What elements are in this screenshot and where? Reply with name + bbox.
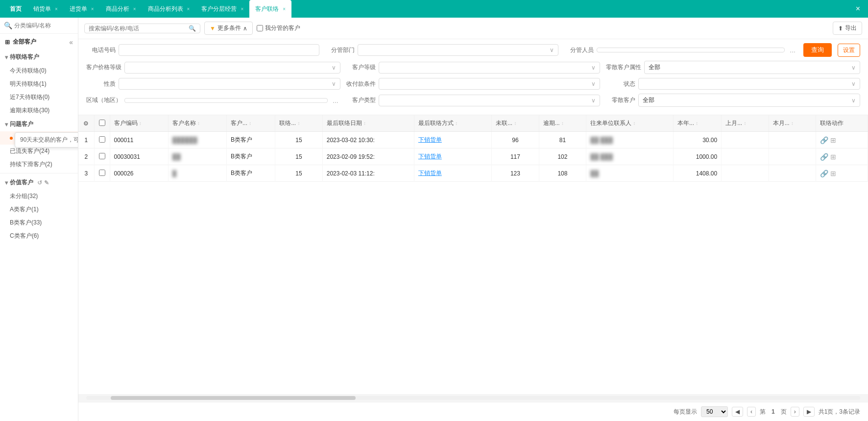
select-all-checkbox[interactable] [99, 120, 105, 126]
td-checkbox-1[interactable] [94, 132, 110, 149]
section-value-customers[interactable]: ▾ 价值客户 ↺ ✎ [0, 175, 78, 190]
property-select[interactable]: ∨ [119, 78, 340, 90]
close-analysis-list-icon[interactable]: × [187, 6, 190, 12]
nav-tab-home[interactable]: 首页 [4, 0, 27, 18]
nav-tab-purchase[interactable]: 进货单 × [64, 0, 100, 18]
action-link-icon-1[interactable]: 🔗 [820, 136, 828, 144]
last-page-button[interactable]: ▶ [803, 407, 815, 417]
close-purchase-icon[interactable]: × [91, 6, 94, 12]
close-all-button[interactable]: × [852, 4, 864, 13]
area-select[interactable] [124, 98, 328, 103]
zero-customer-select[interactable]: 全部 ∨ [638, 94, 860, 107]
contact-type-link-2[interactable]: 下销货单 [418, 153, 442, 160]
nav-tab-sales[interactable]: 销货单 × [27, 0, 64, 18]
status-select[interactable]: ∨ [638, 78, 860, 90]
query-button[interactable]: 查询 [803, 43, 832, 57]
th-contacts[interactable]: 联络... [275, 115, 323, 132]
per-page-select[interactable]: 50 100 200 [701, 406, 728, 417]
action-grid-icon-1[interactable]: ⊞ [830, 136, 836, 144]
sidebar-item-class-b[interactable]: B类客户(33) [0, 216, 78, 229]
th-not-contacted[interactable]: 未联... [492, 115, 539, 132]
sidebar-item-declining[interactable]: 持续下滑客户(2) [0, 158, 78, 171]
first-page-button[interactable]: ◀ [732, 407, 743, 417]
th-settings[interactable]: ⚙ [78, 115, 94, 132]
sidebar-item-class-c[interactable]: C类客户(6) [0, 229, 78, 243]
customer-grade-select[interactable]: ∨ [379, 62, 601, 74]
th-last-contact-type[interactable]: 最后联络方式 [414, 115, 491, 132]
nav-tab-analysis[interactable]: 商品分析 × [100, 0, 142, 18]
row-checkbox-3[interactable] [99, 170, 105, 176]
zero-customer-chevron-icon: ∨ [851, 97, 856, 104]
th-name[interactable]: 客户名称 [168, 115, 226, 132]
td-checkbox-3[interactable] [94, 165, 110, 182]
payment-select[interactable]: ∨ [379, 78, 601, 90]
td-this-year-2: 1000.00 [673, 149, 721, 165]
action-link-icon-3[interactable]: 🔗 [820, 170, 828, 177]
my-customers-check[interactable]: 我分管的客户 [257, 24, 300, 32]
section-pending-contact[interactable]: ▾ 待联络客户 [0, 50, 78, 64]
close-analysis-icon[interactable]: × [133, 6, 136, 12]
horizontal-scrollbar[interactable] [86, 396, 860, 400]
td-checkbox-2[interactable] [94, 149, 110, 165]
close-sales-icon[interactable]: × [55, 6, 58, 12]
nav-tab-analysis-list[interactable]: 商品分析列表 × [142, 0, 196, 18]
th-overdue[interactable]: 逾期... [539, 115, 586, 132]
price-grade-select[interactable]: ∨ [124, 62, 340, 74]
next-page-button[interactable]: › [791, 407, 799, 417]
area-dots[interactable]: ... [331, 97, 340, 104]
collapse-icon[interactable]: « [69, 38, 73, 46]
dept-select[interactable]: ∨ [358, 44, 558, 56]
phone-input[interactable] [119, 44, 319, 56]
prev-page-button[interactable]: ‹ [747, 407, 756, 417]
sidebar-item-ungrouped[interactable]: 未分组(32) [0, 190, 78, 203]
edit-icon[interactable]: ✎ [44, 179, 49, 186]
th-code[interactable]: 客户编码 [110, 115, 168, 132]
zero-grade-select[interactable]: 全部 ∨ [644, 61, 860, 74]
scrollbar-thumb[interactable] [111, 396, 356, 400]
my-customers-checkbox[interactable] [257, 25, 263, 31]
td-type-1[interactable]: 下销货单 [414, 132, 491, 149]
th-this-year[interactable]: 本年... [673, 115, 721, 132]
td-overdue-3: 108 [539, 165, 586, 182]
td-type-3[interactable]: 下销货单 [414, 165, 491, 182]
close-customer-layer-icon[interactable]: × [241, 6, 243, 12]
sidebar-search-input[interactable] [14, 22, 78, 29]
nav-tab-customer-contact[interactable]: 客户联络 × [249, 0, 291, 18]
sidebar-item-7days[interactable]: 近7天待联络(0) [0, 91, 78, 104]
td-not-contacted-1: 96 [492, 132, 539, 149]
th-last-contact-date[interactable]: 最后联络日期 [322, 115, 414, 132]
row-checkbox-1[interactable] [99, 136, 105, 143]
td-type-2[interactable]: 下销货单 [414, 149, 491, 165]
refresh-icon[interactable]: ↺ [37, 179, 42, 186]
sidebar-item-class-a[interactable]: A类客户(1) [0, 203, 78, 216]
sidebar-item-tomorrow[interactable]: 明天待联络(1) [0, 77, 78, 91]
th-this-month[interactable]: 本月... [769, 115, 816, 132]
action-grid-icon-3[interactable]: ⊞ [830, 170, 836, 177]
th-last-month[interactable]: 上月... [722, 115, 769, 132]
nav-tab-customer-layer[interactable]: 客户分层经营 × [195, 0, 249, 18]
main-search-icon[interactable]: 🔍 [189, 25, 196, 32]
sidebar-all-customers[interactable]: ⊞ 全部客户 « [0, 34, 78, 50]
close-customer-contact-icon[interactable]: × [283, 6, 286, 12]
settings-button[interactable]: 设置 [838, 44, 860, 57]
customer-type-select[interactable]: ∨ [379, 95, 601, 106]
action-grid-icon-2[interactable]: ⊞ [830, 153, 836, 161]
th-unit-contact[interactable]: 往来单位联系人 [586, 115, 674, 132]
contact-type-link-3[interactable]: 下销货单 [418, 170, 442, 176]
action-link-icon-2[interactable]: 🔗 [820, 153, 828, 161]
main-search-input[interactable] [89, 25, 187, 32]
more-conditions-button[interactable]: ▼ 更多条件 ∧ [204, 22, 253, 35]
staff-dots[interactable]: ... [788, 46, 797, 54]
th-checkbox[interactable] [94, 115, 110, 132]
staff-select[interactable] [597, 48, 785, 52]
contact-type-link-1[interactable]: 下销货单 [418, 136, 442, 143]
row-checkbox-2[interactable] [99, 153, 105, 159]
action-icons-2: 🔗 ⊞ [820, 153, 864, 161]
sidebar-item-overdue[interactable]: 逾期未联络(30) [0, 104, 78, 117]
th-grade[interactable]: 客户... [227, 115, 275, 132]
td-name-1: ██████ [168, 132, 226, 149]
zero-customer-field: 零散客户 全部 ∨ [606, 94, 860, 107]
sidebar-item-today[interactable]: 今天待联络(0) [0, 64, 78, 77]
section-problem-customers[interactable]: ▾ 问题客户 [0, 117, 78, 131]
export-button[interactable]: ⬆ 导出 [833, 22, 862, 35]
